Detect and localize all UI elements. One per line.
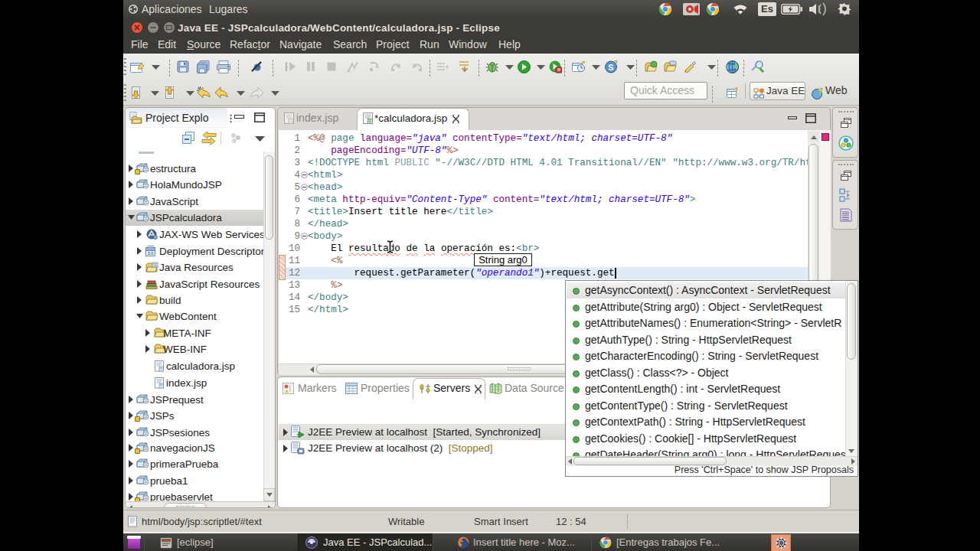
svg-text:S: S xyxy=(608,63,613,72)
svg-text:3.0: 3.0 xyxy=(148,251,154,256)
